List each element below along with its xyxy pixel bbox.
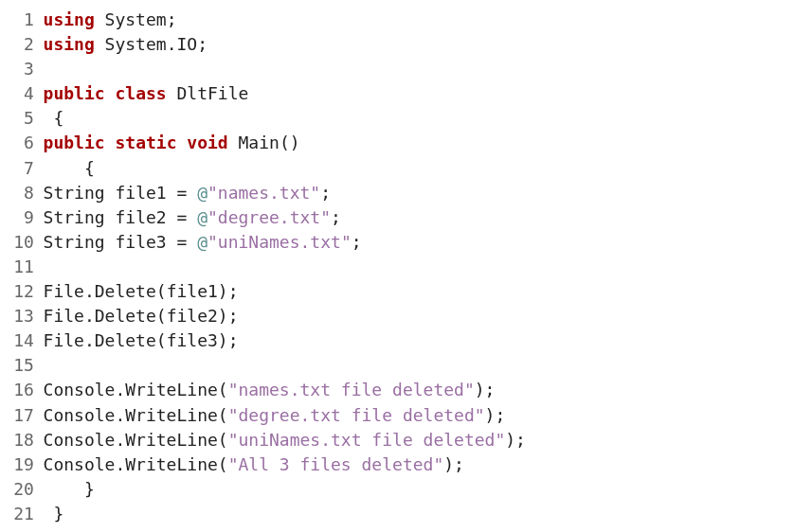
token: ); [475, 380, 496, 399]
code-line: 21 } [11, 502, 783, 526]
line-number: 20 [11, 477, 34, 502]
token: ( [218, 430, 228, 450]
code-line: 5 { [11, 106, 783, 131]
token: void [187, 133, 227, 152]
code-line: 6public static void Main() [11, 131, 783, 155]
token: = [167, 183, 198, 203]
code-line: 4public class DltFile [11, 81, 783, 106]
code-line: 2using System.IO; [11, 32, 783, 57]
token: public [44, 83, 105, 103]
token: ; [331, 207, 341, 227]
line-content: Console.WriteLine("degree.txt file delet… [44, 403, 506, 428]
token: String [44, 183, 105, 203]
token [176, 133, 187, 152]
token: using [44, 9, 95, 29]
token: File.Delete [44, 281, 156, 301]
token: DltFile [176, 83, 248, 103]
token: file1 [115, 183, 166, 203]
token: class [115, 83, 166, 103]
token: public [44, 133, 105, 152]
token: using [44, 34, 95, 54]
line-content: Console.WriteLine("All 3 files deleted")… [44, 452, 464, 477]
token: @ [197, 183, 208, 203]
token [105, 207, 116, 227]
token: { [44, 108, 64, 128]
token: Main [239, 133, 280, 152]
token: ); [218, 330, 239, 350]
line-content: String file3 = @"uniNames.txt"; [44, 230, 362, 255]
token: static [115, 133, 176, 152]
token: ( [218, 405, 228, 425]
line-number: 6 [11, 131, 34, 155]
token [95, 9, 105, 29]
line-content: { [44, 106, 64, 131]
token: "All 3 files deleted" [228, 454, 444, 474]
line-number: 10 [11, 230, 34, 255]
line-number: 1 [11, 8, 34, 32]
token [105, 83, 116, 103]
code-line: 17Console.WriteLine("degree.txt file del… [11, 403, 783, 428]
token [228, 133, 239, 152]
token [105, 183, 116, 203]
token: ( [156, 306, 167, 326]
line-number: 19 [11, 452, 34, 477]
token: ); [443, 454, 464, 474]
code-line: 13File.Delete(file2); [11, 304, 783, 328]
token: = [167, 232, 198, 252]
token: = [167, 207, 198, 227]
line-content: File.Delete(file3); [44, 328, 239, 353]
code-line: 1using System; [11, 8, 783, 32]
code-line: 14File.Delete(file3); [11, 328, 783, 353]
line-number: 16 [11, 378, 34, 402]
token: @ [197, 207, 208, 227]
line-number: 8 [11, 181, 34, 205]
line-content: File.Delete(file2); [44, 304, 239, 328]
token [167, 83, 177, 103]
token: "names.txt file deleted" [228, 380, 475, 399]
code-line: 10String file3 = @"uniNames.txt"; [11, 230, 783, 255]
code-line: 20 } [11, 477, 783, 502]
line-content: { [44, 156, 95, 181]
token: ); [218, 281, 239, 301]
line-content: File.Delete(file1); [44, 279, 239, 304]
code-line: 16Console.WriteLine("names.txt file dele… [11, 378, 783, 402]
code-block: 1using System;2using System.IO;34public … [11, 8, 783, 526]
token: file2 [167, 306, 218, 326]
token: file3 [115, 232, 166, 252]
code-line: 9String file2 = @"degree.txt"; [11, 205, 783, 230]
token: Console.WriteLine [44, 405, 218, 425]
token: "uniNames.txt file deleted" [228, 430, 506, 450]
token: "uniNames.txt" [208, 232, 352, 252]
line-number: 15 [11, 353, 34, 378]
line-number: 18 [11, 428, 34, 452]
line-number: 13 [11, 304, 34, 328]
token: Console.WriteLine [44, 430, 218, 450]
token: "names.txt" [208, 183, 320, 203]
token: ( [218, 454, 228, 474]
line-number: 17 [11, 403, 34, 428]
token: Console.WriteLine [44, 380, 218, 399]
token: String [44, 232, 105, 252]
token: ( [218, 380, 228, 399]
line-number: 11 [11, 255, 34, 279]
token: ; [352, 232, 362, 252]
token: } [44, 504, 64, 523]
line-number: 21 [11, 502, 34, 526]
line-number: 2 [11, 32, 34, 57]
token: () [280, 133, 300, 152]
line-content: Console.WriteLine("uniNames.txt file del… [44, 428, 526, 452]
line-number: 12 [11, 279, 34, 304]
line-content: String file2 = @"degree.txt"; [44, 205, 341, 230]
code-line: 18Console.WriteLine("uniNames.txt file d… [11, 428, 783, 452]
token: System.IO [105, 34, 198, 54]
line-content: String file1 = @"names.txt"; [44, 181, 331, 205]
token: { [44, 158, 95, 178]
token: ); [505, 430, 526, 450]
code-line: 3 [11, 57, 783, 81]
line-number: 3 [11, 57, 34, 81]
token [105, 133, 116, 152]
line-number: 7 [11, 156, 34, 181]
line-content: } [44, 502, 64, 526]
token: System [105, 9, 167, 29]
token: ); [485, 405, 506, 425]
